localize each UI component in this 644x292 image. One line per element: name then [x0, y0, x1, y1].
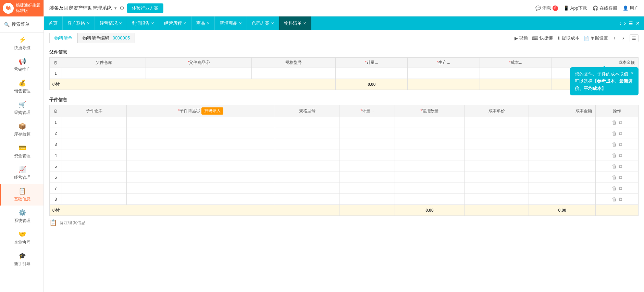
tab-close-icon[interactable]: ✕	[87, 21, 90, 26]
settings-icon[interactable]: ⚙	[120, 5, 124, 11]
child-unit-price-1[interactable]	[464, 117, 529, 128]
child-spec-3[interactable]	[275, 139, 339, 150]
tab-close-icon[interactable]: ✕	[207, 21, 210, 26]
child-product-4[interactable]	[126, 150, 275, 161]
delete-icon[interactable]: 🗑	[612, 131, 617, 136]
tooltip-close-button[interactable]: ×	[631, 71, 634, 75]
tab-profit[interactable]: 利润报告 ✕	[127, 16, 159, 30]
sidebar-item-inventory[interactable]: 📦 库存核算	[0, 119, 44, 141]
tab-barcode[interactable]: 条码方案 ✕	[247, 16, 279, 30]
tab-close-icon[interactable]: ✕	[183, 21, 186, 26]
copy-icon[interactable]: ⧉	[619, 163, 622, 169]
child-spec-6[interactable]	[275, 172, 339, 183]
experience-btn[interactable]: 体验行业方案	[127, 3, 163, 13]
sidebar-item-sales[interactable]: 💰 销售管理	[0, 76, 44, 97]
tab-close-icon[interactable]: ✕	[119, 21, 122, 26]
tab-product[interactable]: 商品 ✕	[191, 16, 215, 30]
child-qty-6[interactable]	[395, 172, 464, 183]
tab-next-arrow[interactable]: ›	[623, 20, 627, 26]
child-unit-price-6[interactable]	[464, 172, 529, 183]
parent-product-cell[interactable]	[146, 68, 251, 79]
sub-tab-bom-list[interactable]: 物料清单	[49, 33, 77, 43]
tab-close-all-icon[interactable]: ✕	[634, 21, 641, 26]
tab-close-icon[interactable]: ✕	[303, 21, 306, 26]
delete-icon[interactable]: 🗑	[612, 153, 617, 158]
sidebar-item-cooperation[interactable]: 🤝 企业协同	[0, 227, 44, 249]
extract-cost-button[interactable]: ⬇ 提取成本	[557, 35, 580, 41]
child-unit-price-3[interactable]	[464, 139, 529, 150]
child-th-settings[interactable]: ⚙	[50, 105, 62, 117]
child-qty-4[interactable]	[395, 150, 464, 161]
child-unit-price-5[interactable]	[464, 161, 529, 172]
view-button[interactable]: ▶ 视频	[515, 35, 528, 41]
parent-th-settings[interactable]: ⚙	[50, 58, 62, 68]
child-unit-3[interactable]	[339, 139, 395, 150]
child-warehouse-3[interactable]	[62, 139, 127, 150]
sidebar-item-operations[interactable]: 📈 经营管理	[0, 162, 44, 184]
child-unit-price-7[interactable]	[464, 183, 529, 194]
child-spec-5[interactable]	[275, 161, 339, 172]
child-qty-2[interactable]	[395, 128, 464, 139]
settings-gear-icon[interactable]: ⚙	[53, 60, 58, 66]
tab-operations[interactable]: 经营情况 ✕	[95, 16, 127, 30]
child-product-8[interactable]	[126, 194, 275, 205]
delete-icon[interactable]: 🗑	[612, 142, 617, 147]
content-prev-button[interactable]: ‹	[612, 35, 617, 41]
delete-icon[interactable]: 🗑	[612, 164, 617, 169]
child-unit-price-2[interactable]	[464, 128, 529, 139]
child-product-5[interactable]	[126, 161, 275, 172]
child-unit-2[interactable]	[339, 128, 395, 139]
single-setting-button[interactable]: 📄 单据设置	[584, 35, 608, 41]
child-qty-5[interactable]	[395, 161, 464, 172]
user-button[interactable]: 👤 用户	[623, 5, 639, 11]
sidebar-item-quick-nav[interactable]: ⚡ 快捷导航	[0, 33, 44, 54]
child-product-6[interactable]	[126, 172, 275, 183]
parent-cost-cell[interactable]	[480, 68, 552, 79]
child-warehouse-4[interactable]	[62, 150, 127, 161]
child-product-7[interactable]	[126, 183, 275, 194]
copy-icon[interactable]: ⧉	[619, 174, 622, 180]
delete-icon[interactable]: 🗑	[612, 186, 617, 191]
child-warehouse-8[interactable]	[62, 194, 127, 205]
child-product-2[interactable]	[126, 128, 275, 139]
child-unit-8[interactable]	[339, 194, 395, 205]
child-qty-8[interactable]	[395, 194, 464, 205]
child-warehouse-7[interactable]	[62, 183, 127, 194]
app-download-button[interactable]: 📱 App下载	[564, 5, 587, 11]
tab-close-icon[interactable]: ✕	[271, 21, 274, 26]
child-qty-3[interactable]	[395, 139, 464, 150]
online-service-button[interactable]: 🎧 在线客服	[593, 5, 617, 11]
child-warehouse-2[interactable]	[62, 128, 127, 139]
copy-icon[interactable]: ⧉	[619, 152, 622, 158]
content-next-button[interactable]: ›	[621, 35, 626, 41]
delete-icon[interactable]: 🗑	[612, 197, 617, 202]
child-unit-price-8[interactable]	[464, 194, 529, 205]
grid-view-button[interactable]: ☰	[630, 34, 639, 42]
child-unit-6[interactable]	[339, 172, 395, 183]
parent-warehouse-cell[interactable]	[62, 68, 146, 79]
dropdown-arrow-icon[interactable]: ▾	[114, 5, 117, 11]
child-spec-8[interactable]	[275, 194, 339, 205]
sidebar-item-system[interactable]: ⚙️ 系统管理	[0, 206, 44, 227]
sidebar-item-basic-info[interactable]: 📋 基础信息	[0, 184, 44, 206]
tab-new-product[interactable]: 新增商品 ✕	[215, 16, 247, 30]
copy-icon[interactable]: ⧉	[619, 185, 622, 191]
tab-close-icon[interactable]: ✕	[151, 21, 154, 26]
tab-prev-arrow[interactable]: ‹	[618, 20, 622, 26]
child-spec-7[interactable]	[275, 183, 339, 194]
sidebar-item-purchase[interactable]: 🛒 采购管理	[0, 97, 44, 119]
shortcut-button[interactable]: ⌨ 快捷键	[532, 35, 553, 41]
scan-button[interactable]: 扫码录入	[201, 107, 223, 115]
child-warehouse-1[interactable]	[62, 117, 127, 128]
child-warehouse-5[interactable]	[62, 161, 127, 172]
child-unit-price-4[interactable]	[464, 150, 529, 161]
child-product-1[interactable]	[126, 117, 275, 128]
tab-close-icon[interactable]: ✕	[239, 21, 242, 26]
search-menu-button[interactable]: 🔍 搜索菜单	[3, 19, 41, 30]
child-qty-1[interactable]	[395, 117, 464, 128]
sidebar-item-marketing[interactable]: 📢 营销推广	[0, 54, 44, 76]
copy-icon[interactable]: ⧉	[619, 196, 622, 202]
tab-bom[interactable]: 物料清单 ✕	[279, 16, 311, 30]
sidebar-item-finance[interactable]: 💳 资金管理	[0, 141, 44, 162]
child-product-3[interactable]	[126, 139, 275, 150]
